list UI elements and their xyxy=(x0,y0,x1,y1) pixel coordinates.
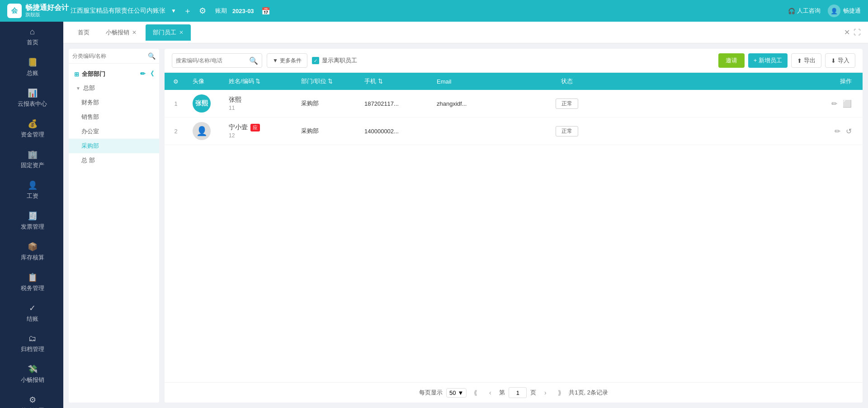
home-icon: ⌂ xyxy=(30,27,35,37)
row-avatar-cell: 👤 xyxy=(187,117,223,145)
row-name-cell: 张熙11 xyxy=(223,90,296,117)
export-button[interactable]: ⬆ 导出 xyxy=(791,53,821,68)
col-phone[interactable]: 手机 ⇅ xyxy=(359,73,431,90)
import-button[interactable]: ⬇ 导入 xyxy=(825,53,855,68)
service-label: 人工咨询 xyxy=(797,7,821,15)
tab-home[interactable]: 首页 xyxy=(71,26,97,39)
sidebar-item-funds[interactable]: 💰 资金管理 xyxy=(0,113,63,144)
row-avatar-cell: 张熙 xyxy=(187,90,223,117)
tax-icon: 📋 xyxy=(28,272,38,282)
company-dropdown-icon[interactable]: ▼ xyxy=(171,8,176,14)
page-next-button[interactable]: › xyxy=(540,387,551,398)
dept-sales-label: 销售部 xyxy=(81,113,99,121)
all-dept-label: 全部部门 xyxy=(82,70,105,78)
dept-item-office[interactable]: 办公室 xyxy=(69,124,159,139)
show-resigned-label: 显示离职员工 xyxy=(322,56,357,65)
per-page-select[interactable]: 50 ▼ xyxy=(446,388,467,398)
col-dept[interactable]: 部门/职位 ⇅ xyxy=(296,73,359,90)
total-info: 共1页, 2条记录 xyxy=(569,389,608,397)
tab-department-close-icon[interactable]: ✕ xyxy=(179,29,184,36)
sidebar-item-checkout[interactable]: ✓ 结账 xyxy=(0,298,63,328)
sidebar-item-salary[interactable]: 👤 工资 xyxy=(0,175,63,206)
employee-search-box: 🔍 xyxy=(172,53,262,68)
sidebar-item-general-ledger[interactable]: 📒 总账 xyxy=(0,52,63,83)
edit-icon[interactable]: ✏ xyxy=(835,127,840,136)
tab-department-label: 部门员工 xyxy=(153,28,176,37)
sidebar-item-home[interactable]: ⌂ 首页 xyxy=(0,22,63,52)
delete-icon[interactable]: ↺ xyxy=(846,127,852,136)
row-actions-cell: ✏↺ xyxy=(612,117,863,145)
pagination: 每页显示 50 ▼ ⟪ ‹ 第 页 › ⟫ 共1页, 2条记录 xyxy=(165,382,863,403)
page-prev-button[interactable]: ‹ xyxy=(485,387,495,398)
dept-item-headquarters[interactable]: 总 部 xyxy=(69,153,159,168)
tab-expense[interactable]: 小畅报销 ✕ xyxy=(99,26,144,39)
edit-icon[interactable]: ✏ xyxy=(831,99,837,108)
tab-close-all-icon[interactable]: ✕ xyxy=(844,28,850,37)
sidebar-item-reports[interactable]: 📊 云报表中心 xyxy=(0,83,63,113)
dept-item-sales[interactable]: 销售部 xyxy=(69,110,159,124)
show-resigned-checkbox[interactable]: ✓ 显示离职员工 xyxy=(312,56,357,65)
employee-search-input[interactable] xyxy=(176,57,246,64)
service-button[interactable]: 🎧 人工咨询 xyxy=(788,7,821,15)
tab-department[interactable]: 部门员工 ✕ xyxy=(146,24,191,41)
logo-icon: 会 xyxy=(7,4,22,18)
page-label: 页 xyxy=(530,389,536,397)
sidebar-label-archive: 归档管理 xyxy=(21,345,44,353)
filter-button[interactable]: ▼ 更多条件 xyxy=(267,53,307,68)
add-company-button[interactable]: ＋ xyxy=(182,5,193,16)
sidebar-item-inventory[interactable]: 📦 库存核算 xyxy=(0,236,63,267)
col-name[interactable]: 姓名/编码 ⇅ xyxy=(223,73,296,90)
page-last-button[interactable]: ⟫ xyxy=(554,387,565,398)
dept-collapse-icon[interactable]: 《 xyxy=(147,70,154,78)
employee-code: 12 xyxy=(229,132,290,139)
import-label: 导入 xyxy=(838,56,849,65)
table-row: 2👤宁小壹应12采购部140000002...正常✏↺ xyxy=(165,117,863,145)
all-dept-header[interactable]: ⊞ 全部部门 ✏ 《 xyxy=(69,67,159,81)
user-area[interactable]: 👤 畅捷通 xyxy=(828,5,861,17)
col-settings[interactable]: ⚙ xyxy=(165,73,187,90)
add-employee-button[interactable]: + 新增员工 xyxy=(748,53,788,68)
export-icon: ⬆ xyxy=(797,57,802,64)
row-email-cell: zhangxidf... xyxy=(431,90,522,117)
employee-search-icon[interactable]: 🔍 xyxy=(249,56,258,65)
col-email: Email xyxy=(431,73,522,90)
filter-icon: ▼ xyxy=(273,57,278,64)
page-content: 🔍 ⊞ 全部部门 ✏ 《 ▼ 总部 xyxy=(63,43,868,408)
dept-edit-icon[interactable]: ✏ xyxy=(140,70,146,78)
sidebar-item-expense[interactable]: 💸 小畅报销 xyxy=(0,359,63,389)
header-settings-icon[interactable]: ⚙ xyxy=(199,6,206,16)
dept-group-zongbu[interactable]: ▼ 总部 xyxy=(69,81,159,95)
row-email-cell xyxy=(431,117,522,145)
tab-bar-actions: ✕ ⛶ xyxy=(844,28,861,37)
sidebar-item-fixed-assets[interactable]: 🏢 固定资产 xyxy=(0,144,63,175)
page-number-input[interactable] xyxy=(509,387,527,398)
period-value[interactable]: 2023-03 xyxy=(232,8,254,14)
page-first-button[interactable]: ⟪ xyxy=(470,387,481,398)
left-panel: 🔍 ⊞ 全部部门 ✏ 《 ▼ 总部 xyxy=(69,49,159,403)
sidebar-item-invoice[interactable]: 🧾 发票管理 xyxy=(0,206,63,236)
user-icon: 👤 xyxy=(830,8,838,14)
logout-icon[interactable]: ⬜ xyxy=(843,99,852,108)
invite-button[interactable]: 邀请 xyxy=(718,53,745,68)
company-name[interactable]: 江西服宝精品有限责任公司内账张 xyxy=(71,7,165,15)
logo-area: 会 畅捷通好会计 旗舰版 xyxy=(7,4,71,19)
sidebar-item-tax[interactable]: 📋 税务管理 xyxy=(0,267,63,298)
tab-expense-close-icon[interactable]: ✕ xyxy=(132,29,137,36)
avatar: 👤 xyxy=(828,5,840,17)
dept-search-input[interactable] xyxy=(72,53,145,59)
dept-finance-label: 财务部 xyxy=(81,98,99,107)
employee-badge: 应 xyxy=(250,124,260,131)
employee-code: 11 xyxy=(229,105,290,111)
calendar-icon[interactable]: 📅 xyxy=(261,7,270,15)
dept-office-label: 办公室 xyxy=(81,127,99,136)
expense-icon: 💸 xyxy=(28,364,38,374)
tab-expand-icon[interactable]: ⛶ xyxy=(854,28,861,37)
dept-item-finance[interactable]: 财务部 xyxy=(69,95,159,110)
sidebar-item-settings[interactable]: ⚙ 基础设置 xyxy=(0,389,63,408)
dept-search-icon[interactable]: 🔍 xyxy=(148,52,156,60)
dept-item-purchasing[interactable]: 采购部 xyxy=(69,139,159,153)
sidebar-label-reports: 云报表中心 xyxy=(18,100,47,108)
sidebar-label-home: 首页 xyxy=(27,38,38,47)
sidebar-item-archive[interactable]: 🗂 归档管理 xyxy=(0,328,63,359)
dept-search-box: 🔍 xyxy=(69,49,159,64)
